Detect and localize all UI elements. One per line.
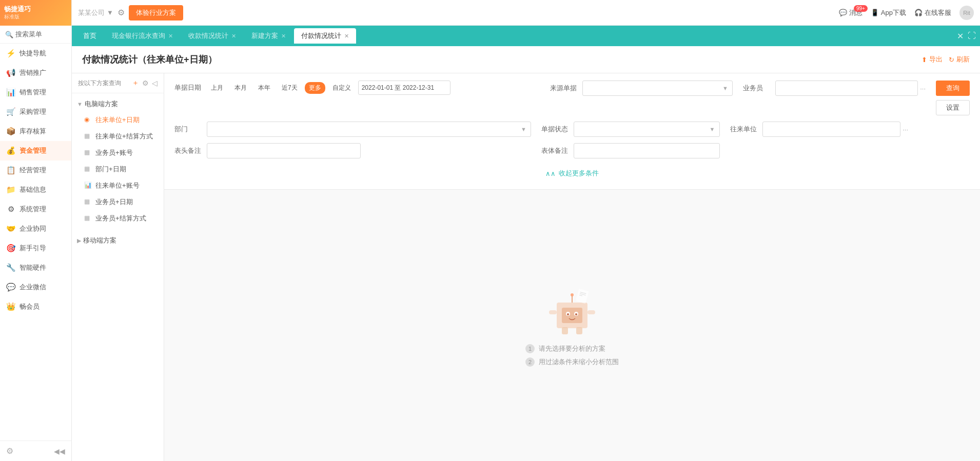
filter-field-partner: 往来单位 ··· [730, 122, 909, 137]
sidebar-item-basic-info[interactable]: 📁 基础信息 [0, 180, 71, 199]
tab-bank-flow[interactable]: 现金银行流水查询 ✕ [105, 28, 180, 44]
sidebar-item-operations[interactable]: 📋 经营管理 [0, 161, 71, 180]
tab-label: 现金银行流水查询 [112, 31, 165, 41]
operations-icon: 📋 [6, 166, 15, 175]
collapse-scheme-icon[interactable]: ◁ [152, 79, 158, 87]
scheme-item-icon: ▦ [84, 132, 92, 141]
tab-close-icon[interactable]: ✕ [344, 33, 349, 39]
wechat-icon: 💬 [6, 283, 15, 292]
refresh-btn[interactable]: ↻ 刷新 [949, 55, 970, 64]
export-btn[interactable]: ⬆ 导出 [922, 55, 943, 64]
scheme-panel-title: 按以下方案查询 [78, 79, 121, 88]
tab-label: 收款情况统计 [188, 31, 228, 41]
sidebar-item-purchase[interactable]: 🛒 采购管理 [0, 102, 71, 122]
tab-home[interactable]: 首页 [76, 28, 104, 44]
filter-date-label: 单据日期 [174, 83, 203, 92]
sidebar-item-member[interactable]: 👑 畅会员 [0, 297, 71, 316]
search-menu[interactable]: 🔍 搜索菜单 [0, 26, 71, 44]
group-expand-icon: ▶ [77, 237, 81, 244]
sidebar-item-label: 快捷导航 [19, 49, 46, 58]
user-avatar-btn[interactable]: Rit [959, 6, 974, 20]
topbar: 某某公司 ▼ ⚙ 体验行业方案 💬 消息 99+ 📱 App下载 🎧 在线客服 … [72, 0, 980, 26]
sidebar-item-label: 企业微信 [19, 283, 46, 292]
filter-dept-select[interactable]: ▼ [207, 122, 531, 137]
filter-header-note-input[interactable] [207, 143, 361, 158]
sidebar-item-marketing[interactable]: 📢 营销推广 [0, 63, 71, 83]
sidebar-item-sales[interactable]: 📊 销售管理 [0, 83, 71, 102]
company-selector[interactable]: 某某公司 ▼ [78, 8, 113, 17]
filter-staff-input[interactable] [775, 81, 918, 96]
date-btn-last-month[interactable]: 上月 [207, 82, 227, 94]
scheme-panel-header: 按以下方案查询 ＋ ⚙ ◁ [72, 73, 164, 93]
search-label: 搜索菜单 [15, 30, 42, 39]
settings-btn[interactable]: 设置 [936, 100, 970, 115]
filter-body-note-input[interactable] [574, 143, 720, 158]
tab-label: 新建方案 [251, 31, 278, 41]
tab-new-scheme[interactable]: 新建方案 ✕ [244, 28, 293, 44]
scheme-item-staff-date[interactable]: ▦ 业务员+日期 [72, 194, 164, 210]
sidebar-item-finance[interactable]: 💰 资金管理 [0, 141, 71, 161]
tab-close-icon[interactable]: ✕ [231, 33, 236, 39]
sidebar-item-guide[interactable]: 🎯 新手引导 [0, 238, 71, 258]
tab-receipt-stats[interactable]: 收款情况统计 ✕ [181, 28, 243, 44]
date-btn-7days[interactable]: 近7天 [278, 82, 302, 94]
collapse-filter-btn[interactable]: ∧∧ 收起更多条件 [174, 165, 970, 182]
service-label: 在线客服 [925, 8, 951, 17]
svg-point-5 [575, 313, 577, 315]
filter-doc-status-select[interactable]: ▼ [574, 122, 720, 137]
scheme-item-icon: ▦ [84, 149, 92, 157]
tab-close-icon[interactable]: ✕ [281, 33, 286, 39]
sidebar-item-system[interactable]: ⚙ 系统管理 [0, 199, 71, 219]
scheme-item-staff-settle[interactable]: ▦ 业务员+结算方式 [72, 210, 164, 227]
date-btn-custom[interactable]: 自定义 [328, 82, 355, 94]
svg-point-4 [567, 313, 569, 315]
tab-close-icon[interactable]: ✕ [168, 33, 173, 39]
main-content: 某某公司 ▼ ⚙ 体验行业方案 💬 消息 99+ 📱 App下载 🎧 在线客服 … [72, 0, 980, 461]
page: 付款情况统计（往来单位+日期） ⬆ 导出 ↻ 刷新 按以下方案查询 ＋ [72, 46, 980, 461]
settings-scheme-icon[interactable]: ⚙ [142, 79, 149, 87]
scheme-item-partner-date[interactable]: ◉ 往来单位+日期 [72, 112, 164, 128]
sidebar-logo: 畅捷通巧 标准版 [4, 5, 31, 21]
add-scheme-icon[interactable]: ＋ [132, 78, 139, 88]
refresh-label: 刷新 [956, 55, 970, 64]
scheme-item-dept-date[interactable]: ▦ 部门+日期 [72, 161, 164, 177]
tab-payment-stats[interactable]: 付款情况统计 ✕ [294, 28, 356, 44]
close-all-tabs-icon[interactable]: ✕ [957, 31, 964, 41]
trial-btn[interactable]: 体验行业方案 [129, 5, 183, 21]
sidebar-item-quick-nav[interactable]: ⚡ 快捷导航 [0, 44, 71, 63]
service-btn[interactable]: 🎧 在线客服 [914, 8, 951, 17]
service-icon: 🎧 [914, 9, 923, 16]
sidebar-nav: ⚡ 快捷导航 📢 营销推广 📊 销售管理 🛒 采购管理 📦 库存核算 💰 资金管… [0, 44, 71, 440]
settings-icon[interactable]: ⚙ [6, 446, 13, 456]
empty-tip-1: 1 请先选择要分析的方案 [525, 344, 619, 353]
date-btn-this-year[interactable]: 本年 [254, 82, 275, 94]
date-range-input[interactable] [358, 81, 450, 95]
sidebar-item-wechat[interactable]: 💬 企业微信 [0, 277, 71, 297]
topbar-gear-icon[interactable]: ⚙ [117, 8, 125, 17]
company-name: 某某公司 [78, 8, 105, 17]
date-btn-this-month[interactable]: 本月 [230, 82, 251, 94]
staff-more-icon[interactable]: ··· [920, 85, 926, 92]
partner-more-icon[interactable]: ··· [903, 126, 908, 133]
sidebar-item-inventory[interactable]: 📦 库存核算 [0, 122, 71, 141]
sidebar-item-enterprise[interactable]: 🤝 企业协同 [0, 219, 71, 238]
filter-partner-input[interactable] [762, 122, 901, 137]
collapse-sidebar-icon[interactable]: ◀◀ [54, 447, 65, 455]
scheme-item-staff-account[interactable]: ▦ 业务员+账号 [72, 145, 164, 161]
scheme-item-label: 往来单位+账号 [95, 181, 140, 190]
sidebar-item-label: 资金管理 [19, 146, 46, 155]
tab-label: 首页 [83, 31, 96, 41]
sidebar-item-hardware[interactable]: 🔧 智能硬件 [0, 258, 71, 277]
scheme-item-partner-settle[interactable]: ▦ 往来单位+结算方式 [72, 128, 164, 145]
scheme-group-header-mobile[interactable]: ▶ 移动端方案 [72, 233, 164, 248]
filter-header-note-label: 表头备注 [174, 146, 203, 155]
message-btn[interactable]: 💬 消息 99+ [839, 8, 863, 17]
query-btn[interactable]: 查询 [936, 81, 970, 96]
filter-source-select[interactable]: ▼ [582, 81, 733, 96]
fullscreen-icon[interactable]: ⛶ [968, 31, 976, 41]
member-icon: 👑 [6, 302, 15, 311]
app-download-btn[interactable]: 📱 App下载 [871, 8, 906, 17]
scheme-group-header-desktop[interactable]: ▼ 电脑端方案 [72, 96, 164, 112]
date-btn-more[interactable]: 更多 [305, 82, 325, 94]
scheme-item-partner-account[interactable]: 📊 往来单位+账号 [72, 177, 164, 194]
